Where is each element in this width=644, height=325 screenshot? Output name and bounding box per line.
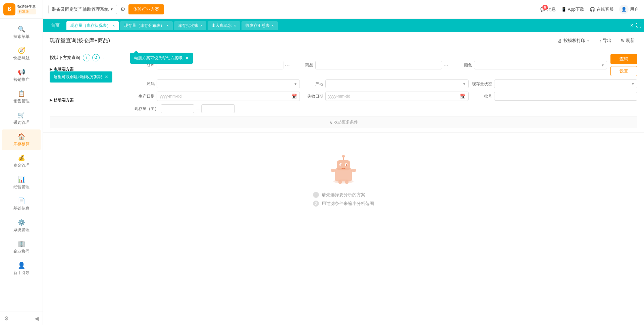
trial-button[interactable]: 体验行业方案	[128, 4, 164, 14]
query-button[interactable]: 查询	[610, 54, 637, 64]
sales-icon: 📋	[18, 90, 25, 97]
filter-arrow-button[interactable]: ←	[102, 55, 106, 60]
color-label: 颜色	[452, 62, 472, 68]
collapse-sidebar-icon[interactable]: ◀	[35, 315, 39, 322]
sidebar-item-label: 系统管理	[13, 227, 30, 233]
notification-button[interactable]: 💬 6 消息	[540, 6, 556, 12]
stock-main-input2[interactable]	[201, 104, 235, 113]
mobile-plan-label: 移动端方案	[54, 97, 74, 103]
expire-date-placeholder: yyyy-mm-dd	[328, 94, 350, 99]
sidebar-item-system[interactable]: ⚙️ 系统管理	[2, 215, 41, 236]
refresh-icon: ↻	[621, 38, 625, 43]
export-button[interactable]: ↑ 导出	[597, 36, 614, 45]
tab-inventory-status[interactable]: 现存量（库存状况表） ×	[66, 21, 119, 30]
empty-tip1: 1 请先选择要分析的方案	[313, 192, 374, 198]
tab-io-flow[interactable]: 出入库流水 ×	[208, 21, 240, 30]
color-select[interactable]	[474, 61, 607, 69]
sidebar-item-operations[interactable]: 📊 经营管理	[2, 172, 41, 193]
chevron-down-icon2: ▼	[587, 39, 590, 43]
tab-collect-summary[interactable]: 收发存汇总表 ×	[241, 21, 278, 30]
tab-inventory-status-label: 现存量（库存状况表）	[70, 23, 111, 29]
sidebar-item-marketing[interactable]: 📢 营销推广	[2, 65, 41, 86]
expire-date-label: 失效日期	[303, 94, 323, 99]
warehouse-dots-icon[interactable]: ···	[285, 62, 290, 69]
sidebar-item-finance[interactable]: 💰 资金管理	[2, 151, 41, 172]
marketing-icon: 📢	[18, 68, 25, 76]
prod-date-input[interactable]: yyyy-mm-dd 📅	[157, 92, 300, 101]
sidebar-item-guide[interactable]: 🧭 快捷导航	[2, 44, 41, 64]
user-menu[interactable]: 👤 用户	[619, 5, 639, 14]
tip1-text: 请先选择要分析的方案	[322, 192, 365, 198]
sidebar-item-enterprise[interactable]: 🏢 企业协同	[2, 237, 41, 258]
main-area: 装备及固定资产辅助管理系统 ▼ ⚙ 体验行业方案 💬 6 消息 📱 App下载 …	[43, 0, 644, 325]
collapse-button[interactable]: ∧ 收起更多条件	[329, 119, 358, 125]
sidebar-footer: ⚙ ◀	[0, 312, 43, 325]
user-label: 用户	[630, 6, 639, 12]
newuser-icon: 👤	[18, 262, 25, 269]
basic-icon: 📄	[18, 197, 25, 205]
online-support-label: 在线客服	[596, 6, 614, 12]
print-label: 按模板打印	[564, 38, 585, 44]
tab-fullscreen-icon[interactable]: ⛶	[636, 22, 641, 29]
mobile-plan-item[interactable]: ▶ 移动端方案	[50, 96, 123, 104]
print-button[interactable]: 🖨 按模板打印 ▼	[555, 36, 593, 45]
svg-point-6	[346, 164, 347, 166]
collapse-section: ∧ 收起更多条件	[50, 116, 637, 128]
system-selector[interactable]: 装备及固定资产辅助管理系统 ▼	[48, 5, 117, 14]
tab-collect-summary-label: 收发存汇总表	[246, 23, 270, 29]
tab-inventory-dist[interactable]: 现存量（库存分布表） ×	[120, 21, 172, 30]
tab-close-icon3[interactable]: ×	[200, 23, 202, 28]
batch-input[interactable]	[494, 92, 637, 101]
set-button[interactable]: 设置	[610, 66, 637, 76]
logo-area: 6 畅通好生意 标准版	[0, 0, 43, 19]
sidebar-item-basic[interactable]: 📄 基础信息	[2, 194, 41, 215]
sidebar-item-label: 经营管理	[13, 184, 30, 190]
app-download-button[interactable]: 📱 App下载	[561, 6, 584, 12]
sidebar-item-label: 采购管理	[13, 120, 30, 125]
expire-date-input[interactable]: yyyy-mm-dd 📅	[325, 92, 469, 101]
filter-add-button[interactable]: +	[83, 54, 90, 61]
sidebar-item-search[interactable]: 🔍 搜索菜单	[2, 22, 41, 43]
filter-refresh-button[interactable]: ↺	[92, 54, 100, 61]
svg-point-8	[342, 155, 345, 158]
goods-input[interactable]	[315, 61, 442, 69]
finance-icon: 💰	[18, 154, 25, 162]
refresh-label: 刷新	[626, 38, 635, 44]
refresh-button[interactable]: ↻ 刷新	[618, 36, 637, 45]
size-select[interactable]	[157, 79, 300, 88]
sidebar-nav: 🔍 搜索菜单 🧭 快捷导航 📢 营销推广 📋 销售管理 🛒 采购管理 🏠 库存核…	[0, 19, 43, 312]
tab-close-icon5[interactable]: ×	[272, 23, 274, 28]
gear-button[interactable]: ⚙	[120, 6, 125, 12]
stock-main-input[interactable]	[161, 104, 194, 113]
goods-dots-icon[interactable]: ···	[443, 62, 448, 69]
tooltip1-close[interactable]: ✕	[185, 56, 189, 61]
tooltip2-close[interactable]: ✕	[105, 74, 108, 79]
sidebar-item-purchase[interactable]: 🛒 采购管理	[2, 108, 41, 129]
tooltip2-text: 这里可以创建和修改方案哦	[54, 74, 102, 80]
online-support-button[interactable]: 🎧 在线客服	[590, 6, 614, 12]
tab-io-flow-label: 出入库流水	[212, 23, 232, 29]
calendar-icon2[interactable]: 📅	[460, 94, 466, 99]
tab-window-close-icon[interactable]: ×	[630, 22, 633, 29]
tab-close-icon[interactable]: ×	[113, 23, 115, 28]
inventory-icon: 🏠	[18, 133, 25, 140]
size-field: 尺码 ▼	[135, 79, 300, 88]
sidebar-item-inventory[interactable]: 🏠 库存核算	[2, 129, 41, 150]
origin-select[interactable]	[325, 79, 469, 88]
batch-label: 批号	[472, 94, 492, 99]
filter-header-label: 按以下方案查询	[50, 55, 80, 61]
calendar-icon[interactable]: 📅	[291, 94, 297, 99]
plan-tooltip: 电脑方案可设为移动方案哦 ✕	[130, 53, 193, 64]
sidebar-item-newuser[interactable]: 👤 新手引导	[2, 258, 41, 279]
settings-footer-icon[interactable]: ⚙	[4, 315, 9, 322]
tip-number1: 1	[313, 192, 319, 198]
enterprise-icon: 🏢	[18, 240, 25, 248]
stock-status-select[interactable]	[494, 79, 637, 88]
tab-batch-ledger[interactable]: 库存批次账 ×	[174, 21, 206, 30]
tab-close-icon4[interactable]: ×	[234, 23, 236, 28]
tab-close-icon2[interactable]: ×	[166, 23, 168, 28]
avatar: 👤	[619, 5, 629, 14]
sidebar-item-sales[interactable]: 📋 销售管理	[2, 87, 41, 107]
tab-home[interactable]: 首页	[46, 20, 65, 31]
export-icon: ↑	[599, 38, 602, 43]
